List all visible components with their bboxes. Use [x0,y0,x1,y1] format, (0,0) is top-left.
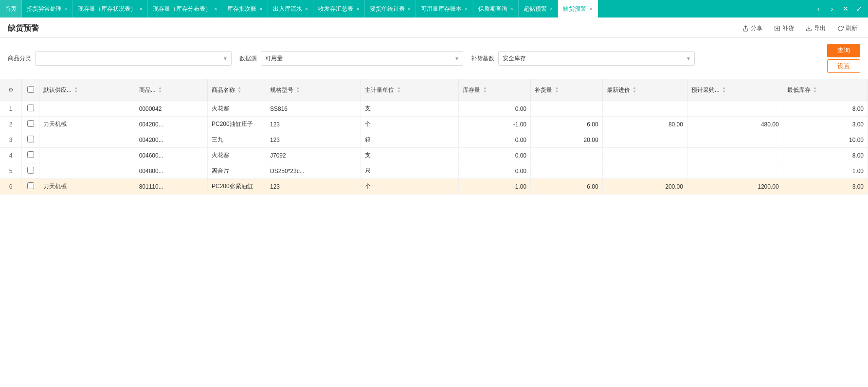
sort-product-code[interactable]: ▲▼ [158,86,162,94]
close-tab-inout-flow[interactable]: × [305,6,308,12]
nav-prev-button[interactable]: ‹ [812,2,825,16]
cell-row-num: 1 [0,101,22,117]
row-checkbox[interactable] [27,105,34,111]
th-unit: 主计量单位 ▲▼ [361,79,459,101]
cell-product-code: 004800... [135,163,207,179]
th-spec: 规格型号 ▲▼ [266,79,361,101]
row-checkbox[interactable] [27,182,34,189]
sort-latest-price[interactable]: ▲▼ [633,86,636,94]
close-tab-batch-account[interactable]: × [259,6,262,12]
sort-estimated-purchase[interactable]: ▲▼ [722,86,726,94]
close-tab-order-stats[interactable]: × [408,6,411,12]
row-checkbox[interactable] [27,151,34,158]
table-body: 10000042火花塞SS816支0.008.002力天机械004200...P… [0,101,868,194]
tab-inout-flow[interactable]: 出入库流水 × [268,0,313,18]
cell-row-num: 2 [0,117,22,132]
close-tab-overstock-warning[interactable]: × [550,6,553,12]
tab-expiry-query[interactable]: 保质期查询 × [473,0,519,18]
refresh-button[interactable]: 刷新 [834,23,860,34]
nav-controls: ‹ › ✕ ⤢ [812,2,868,16]
sort-spec[interactable]: ▲▼ [296,86,300,94]
cell-product-name: 离合片 [207,163,266,179]
sort-stock[interactable]: ▲▼ [483,86,487,94]
row-checkbox[interactable] [27,136,34,142]
cell-estimated-purchase [687,163,783,179]
export-icon [806,25,812,32]
tab-batch-account[interactable]: 库存批次账 × [222,0,268,18]
cell-stock: 0.00 [459,148,531,163]
share-button[interactable]: 分享 [740,23,765,34]
page-title: 缺货预警 [8,23,39,34]
replenish-base-select[interactable]: 安全库存 [498,51,695,66]
tab-receipt-summary[interactable]: 收发存汇总表 × [313,0,364,18]
close-tab-available-ledger[interactable]: × [465,6,468,12]
tab-available-ledger[interactable]: 可用量库存账本 × [416,0,473,18]
share-icon [742,25,749,32]
tab-shortage-warning[interactable]: 缺货预警 × [558,0,597,18]
nav-fullscreen-button[interactable]: ⤢ [852,2,866,16]
cell-supplier [39,148,135,163]
nav-next-button[interactable]: › [825,2,839,16]
cell-spec: SS816 [266,101,361,117]
datasource-select-wrap: 可用量 ▼ [261,51,463,66]
th-product-code: 商品... ▲▼ [135,79,207,101]
table-header-row: ⚙ 默认供应... ▲▼ 商品... ▲▼ 商品名称 [0,79,868,101]
cell-checkbox [22,132,39,148]
close-tab-receipt-summary[interactable]: × [356,6,359,12]
cell-row-num: 6 [0,179,22,194]
cell-spec: DS250*23c... [266,163,361,179]
sort-unit[interactable]: ▲▼ [397,86,401,94]
tab-home[interactable]: 首页 [0,0,22,18]
cell-estimated-purchase [687,148,783,163]
cell-unit: 支 [361,148,459,163]
row-checkbox[interactable] [27,120,34,127]
tab-inventory-status[interactable]: 现存量（库存状况表） × [73,0,147,18]
cell-checkbox [22,101,39,117]
datasource-select[interactable]: 可用量 [261,51,463,66]
cell-row-num: 3 [0,132,22,148]
th-checkbox [22,79,39,101]
settings-button[interactable]: 设置 [827,59,860,73]
tab-overstock-warning[interactable]: 超储预警 × [519,0,558,18]
cell-unit: 个 [361,179,459,194]
cell-spec: 123 [266,132,361,148]
cell-unit: 支 [361,101,459,117]
select-all-checkbox[interactable] [27,86,34,93]
close-tab-inventory-dist[interactable]: × [214,6,217,12]
close-tab-inventory-status[interactable]: × [139,6,142,12]
cell-row-num: 5 [0,163,22,179]
sort-supplier[interactable]: ▲▼ [74,86,78,94]
th-supplier: 默认供应... ▲▼ [39,79,135,101]
cell-product-code: 004200... [135,117,207,132]
tab-order-stats[interactable]: 要货单统计表 × [365,0,416,18]
tab-exception[interactable]: 拣货异常处理 × [22,0,73,18]
main-content: 缺货预警 分享 补货 导出 刷新 商品分类 [0,18,868,387]
close-tab-exception[interactable]: × [65,6,68,12]
top-nav: 首页 拣货异常处理 × 现存量（库存状况表） × 现存量（库存分布表） × 库存… [0,0,868,18]
cell-supplier: 力天机械 [39,117,135,132]
category-select[interactable] [35,51,232,66]
replenish-button[interactable]: 补货 [771,23,797,34]
sort-min-stock[interactable]: ▲▼ [813,86,817,94]
close-tab-shortage-warning[interactable]: × [589,6,592,12]
close-tab-expiry-query[interactable]: × [510,6,513,12]
row-checkbox[interactable] [27,167,34,174]
table-container: ⚙ 默认供应... ▲▼ 商品... ▲▼ 商品名称 [0,79,868,194]
header-actions: 分享 补货 导出 刷新 [740,23,860,34]
column-settings-button[interactable]: ⚙ [4,83,18,97]
export-button[interactable]: 导出 [803,23,829,34]
category-label: 商品分类 [8,54,31,63]
nav-close-button[interactable]: ✕ [839,2,852,16]
cell-replenish: 6.00 [531,117,603,132]
cell-replenish [531,148,603,163]
sort-product-name[interactable]: ▲▼ [237,86,241,94]
cell-product-name: PC200张紧油缸 [207,179,266,194]
tab-inventory-dist[interactable]: 现存量（库存分布表） × [148,0,222,18]
th-replenish: 补货量 ▲▼ [531,79,603,101]
sort-replenish[interactable]: ▲▼ [555,86,559,94]
cell-checkbox [22,117,39,132]
th-settings: ⚙ [0,79,22,101]
cell-supplier: 力天机械 [39,179,135,194]
refresh-icon [837,25,844,32]
query-button[interactable]: 查询 [827,44,860,57]
